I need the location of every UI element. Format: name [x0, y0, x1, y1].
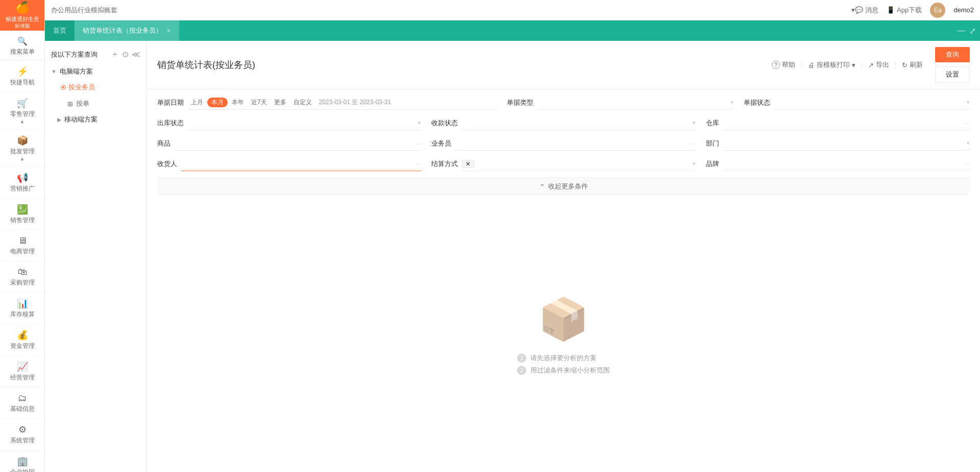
sidebar-item-quicknav[interactable]: ⚡ 快捷导航	[0, 61, 44, 92]
payment-method-arrow-icon: ▾	[693, 160, 696, 167]
action-buttons: 查询 设置	[935, 47, 970, 83]
product-control[interactable]: ···	[175, 136, 421, 151]
query-button[interactable]: 查询	[935, 47, 970, 62]
username-label[interactable]: demo2	[953, 6, 974, 14]
empty-hints-list: 1 请先选择要分析的方案 2 用过滤条件来缩小分析范围	[517, 353, 610, 378]
tab-maximize-icon[interactable]: ⤢	[969, 26, 976, 36]
date-tab-this-month[interactable]: 本月	[207, 98, 228, 107]
desktop-section: ▼ 电脑端方案 按业务员 ⊞ 按单	[45, 64, 146, 112]
collection-status-control[interactable]: ▾	[462, 116, 695, 130]
marketing-icon: 📢	[17, 172, 28, 183]
app-download-action[interactable]: 📱 App下载	[887, 6, 922, 15]
filter-brand: 品牌 ···	[706, 157, 970, 171]
sidebar-item-label: 企业协同	[10, 468, 35, 472]
search-menu-item[interactable]: 🔍 搜索菜单	[0, 31, 44, 61]
sidebar-item-system[interactable]: ⚙ 系统管理	[0, 419, 44, 451]
order-type-control[interactable]: ▾	[537, 96, 733, 110]
recipient-control[interactable]: ···	[181, 157, 421, 171]
order-type-label: 单据类型	[507, 98, 533, 107]
salesperson-control[interactable]: ···	[455, 136, 695, 151]
finance-icon: 💰	[17, 329, 28, 341]
mobile-section: ▶ 移动端方案	[45, 112, 146, 127]
sidebar-item-enterprise[interactable]: 🏢 企业协同	[0, 451, 44, 472]
app-name: 畅捷通好生意	[6, 15, 39, 22]
right-panel: 销货单统计表(按业务员) ? 帮助 🖨 按模板打印 ▾	[147, 41, 980, 472]
sidebar-item-retail[interactable]: 🛒 零售管理 ▲	[0, 92, 44, 130]
avatar-text: Ea	[934, 7, 942, 14]
sidebar-item-marketing[interactable]: 📢 营销推广	[0, 167, 44, 199]
message-action[interactable]: 💬 消息	[855, 6, 878, 15]
tag-close-icon[interactable]: ✕	[465, 160, 471, 168]
department-control[interactable]: ▾	[723, 136, 970, 151]
purchase-icon: 🛍	[18, 267, 27, 277]
page-header-ops: ? 帮助 🖨 按模板打印 ▾ ↗ 导出	[772, 47, 970, 83]
setting-button[interactable]: 设置	[935, 66, 970, 83]
message-icon: 💬	[855, 6, 863, 14]
sidebar-item-operations[interactable]: 📈 经营管理	[0, 356, 44, 388]
order-status-label: 单据状态	[744, 98, 770, 107]
filter-warehouse: 仓库 ···	[706, 116, 970, 130]
settings-scheme-icon[interactable]: ⊙	[122, 50, 129, 59]
base-icon: 🗂	[18, 393, 27, 404]
mobile-section-title[interactable]: ▶ 移动端方案	[45, 112, 146, 127]
user-avatar[interactable]: Ea	[930, 3, 945, 18]
filter-payment-method: 结算方式 ✕ ▾	[431, 157, 695, 171]
tab-close-icon[interactable]: ✕	[166, 28, 171, 34]
sidebar-item-label: 销售管理	[10, 216, 35, 225]
payment-method-tag: ✕	[462, 160, 474, 168]
tab-sales-report[interactable]: 销货单统计表（按业务员） ✕	[75, 20, 179, 41]
scheme-by-salesperson[interactable]: 按业务员	[45, 79, 146, 96]
scheme-by-salesperson-label: 按业务员	[68, 83, 95, 92]
department-arrow-icon: ▾	[967, 140, 970, 147]
date-tab-last-month[interactable]: 上月	[188, 98, 206, 107]
sidebar-item-base[interactable]: 🗂 基础信息	[0, 388, 44, 419]
tabs-right-actions: — ⤢	[957, 26, 980, 36]
recipient-label: 收货人	[157, 159, 177, 169]
help-button[interactable]: ? 帮助	[772, 60, 795, 69]
date-tab-more[interactable]: 更多	[271, 98, 289, 107]
collapse-more-conditions[interactable]: ⌃ 收起更多条件	[157, 177, 970, 195]
add-scheme-icon[interactable]: ＋	[111, 49, 119, 60]
desktop-section-title[interactable]: ▼ 电脑端方案	[45, 64, 146, 79]
hint-item-1: 1 请先选择要分析的方案	[517, 353, 610, 363]
topbar-actions: 💬 消息 📱 App下载 Ea demo2	[855, 3, 974, 18]
retail-icon: 🛒	[17, 98, 28, 109]
sidebar-item-inventory[interactable]: 📊 库存核算	[0, 293, 44, 324]
out-status-control[interactable]: ▾	[188, 116, 421, 130]
tab-home-label: 首页	[53, 26, 66, 35]
scheme-by-order[interactable]: ⊞ 按单	[45, 96, 146, 112]
tab-minimize-icon[interactable]: —	[957, 26, 965, 35]
topbar-dropdown[interactable]: ▾	[851, 6, 855, 14]
message-label: 消息	[865, 6, 878, 15]
tab-home[interactable]: 首页	[45, 20, 75, 41]
date-tab-this-year[interactable]: 本年	[229, 98, 247, 107]
collection-status-arrow-icon: ▾	[693, 120, 696, 126]
warehouse-control[interactable]: ···	[723, 116, 970, 130]
salesperson-label: 业务员	[431, 139, 451, 148]
filter-row-1: 单据日期 上月 本月 本年 近7天 更多 自定义 2023-03-01 至 20…	[157, 96, 970, 110]
order-date-control[interactable]: 上月 本月 本年 近7天 更多 自定义 2023-03-01 至 2023-03…	[188, 96, 497, 110]
main-content: 办公用品行业模拟账套 ▾ 💬 消息 📱 App下载 Ea demo2 首页 销货…	[45, 0, 980, 472]
order-icon: ⊞	[67, 100, 73, 108]
collapse-panel-icon[interactable]: ≪	[132, 50, 140, 59]
sidebar-item-wholesale[interactable]: 📦 批发管理 ▲	[0, 130, 44, 167]
date-tab-custom[interactable]: 自定义	[290, 98, 315, 107]
payment-method-control[interactable]: ✕ ▾	[462, 157, 695, 171]
left-panel-title-text: 按以下方案查询	[51, 50, 111, 59]
brand-control[interactable]: ···	[723, 157, 970, 171]
tabs-bar: 首页 销货单统计表（按业务员） ✕ — ⤢	[45, 20, 980, 41]
date-tabs: 上月 本月 本年 近7天 更多 自定义	[188, 98, 315, 107]
template-print-button[interactable]: 🖨 按模板打印 ▾	[808, 60, 855, 69]
sidebar-item-ecommerce[interactable]: 🖥 电商管理	[0, 230, 44, 262]
order-status-control[interactable]: ▾	[774, 96, 970, 110]
divider1	[801, 61, 802, 68]
page-header-top: 销货单统计表(按业务员) ? 帮助 🖨 按模板打印 ▾	[157, 47, 970, 83]
export-button[interactable]: ↗ 导出	[868, 60, 889, 69]
sales-icon: 💹	[17, 204, 28, 215]
refresh-button[interactable]: ↻ 刷新	[902, 60, 923, 69]
sidebar-item-purchase[interactable]: 🛍 采购管理	[0, 262, 44, 293]
date-tab-7days[interactable]: 近7天	[248, 98, 270, 107]
sidebar-item-sales[interactable]: 💹 销售管理	[0, 199, 44, 230]
sidebar: 🍊 畅捷通好生意 标准版 🔍 搜索菜单 ⚡ 快捷导航 🛒 零售管理 ▲ 📦 批发…	[0, 0, 45, 472]
sidebar-item-finance[interactable]: 💰 资金管理	[0, 324, 44, 356]
